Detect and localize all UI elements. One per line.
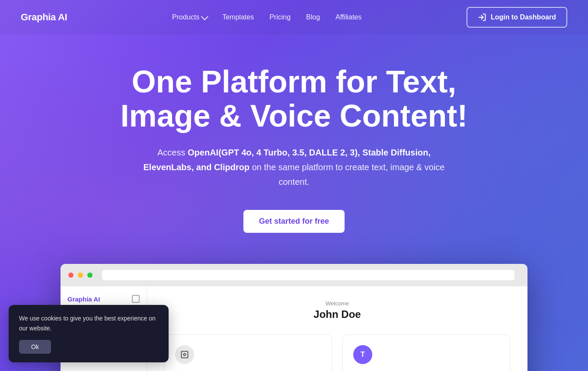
traffic-light-yellow: [78, 273, 83, 278]
chevron-down-icon: [201, 13, 208, 20]
nav-item-pricing[interactable]: Pricing: [269, 13, 291, 21]
traffic-light-green: [87, 273, 93, 278]
nav-item-products[interactable]: Products: [172, 13, 207, 21]
cookie-text: We use cookies to give you the best expe…: [19, 314, 158, 333]
sidebar-logo: Graphia AI: [67, 295, 140, 303]
subscription-card: Your workspace is currently subscribed t…: [164, 334, 332, 371]
svg-point-2: [184, 354, 186, 356]
nav-link-affiliates[interactable]: Affiliates: [336, 13, 361, 21]
subscription-icon: [175, 345, 194, 364]
mockup-main: Welcome John Doe Your workspace is curre…: [147, 286, 527, 371]
nav-item-blog[interactable]: Blog: [306, 13, 320, 21]
navbar: Graphia AI Products Templates Pricing Bl…: [0, 0, 588, 35]
hero-content: One Platform for Text, Image & Voice Con…: [121, 65, 468, 264]
mockup-cards: Your workspace is currently subscribed t…: [164, 334, 510, 371]
nav-item-affiliates[interactable]: Affiliates: [336, 13, 361, 21]
sidebar-toggle-icon: [132, 295, 140, 303]
cookie-ok-button[interactable]: Ok: [19, 340, 51, 354]
mockup-titlebar: [61, 264, 527, 286]
svg-rect-1: [182, 352, 188, 358]
url-bar: [102, 270, 514, 280]
hero-title: One Platform for Text, Image & Voice Con…: [121, 65, 468, 133]
mockup-username: John Doe: [164, 308, 510, 320]
cta-button[interactable]: Get started for free: [243, 210, 345, 233]
nav-item-templates[interactable]: Templates: [222, 13, 254, 21]
login-button[interactable]: Login to Dashboard: [467, 7, 567, 28]
nav-link-templates[interactable]: Templates: [222, 13, 254, 21]
nav-links: Products Templates Pricing Blog Affiliat…: [172, 13, 361, 21]
nav-link-products[interactable]: Products: [172, 13, 207, 21]
mockup-welcome-label: Welcome: [164, 300, 510, 307]
traffic-light-red: [68, 273, 74, 278]
nav-logo[interactable]: Graphia AI: [21, 12, 67, 23]
nav-link-pricing[interactable]: Pricing: [269, 13, 291, 21]
login-icon: [478, 13, 486, 22]
credits-icon: T: [353, 345, 372, 364]
cookie-banner: We use cookies to give you the best expe…: [9, 305, 169, 362]
nav-link-blog[interactable]: Blog: [306, 13, 320, 21]
credits-card: T 100 Total credits left: [342, 334, 510, 371]
hero-subtitle: Access OpenAI(GPT 4o, 4 Turbo, 3.5, DALL…: [138, 145, 450, 189]
